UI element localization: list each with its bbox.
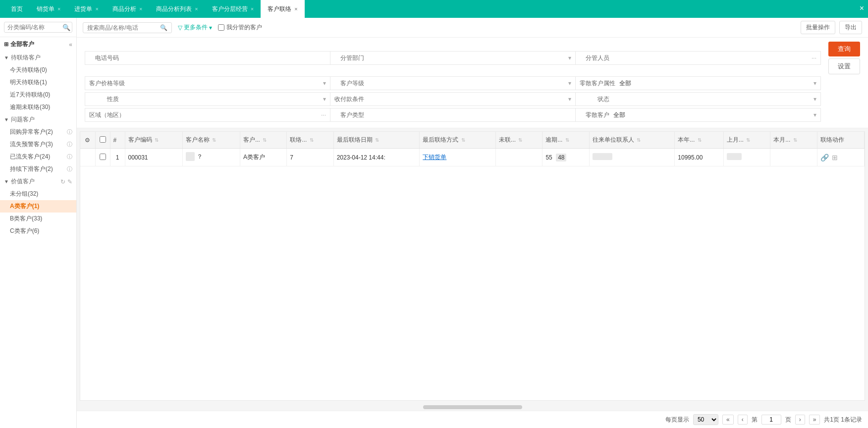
price-grade-arrow: ▾ [323,80,326,87]
col-this-year: 本年... ⇅ [675,132,724,149]
field-phone: 电话号码 [85,51,330,65]
nav-customer-contact[interactable]: 客户联络 × [261,0,304,18]
filter-search-input[interactable] [87,24,157,31]
nav-close-product-list[interactable]: × [195,6,198,12]
filter-icon: ▽ [178,24,182,31]
sort-contact[interactable]: ⇅ [310,137,314,143]
region-ellipsis: ··· [321,111,326,118]
field-dept: 分管部门 ▾ [330,51,576,65]
sidebar-group-value[interactable]: ▼ 价值客户 ↻ ✎ [0,175,76,188]
last-method-link[interactable]: 下销货单 [423,154,446,160]
col-name: 客户名称 ⇅ [182,132,240,149]
field-price-grade: 客户价格等级 ▾ [85,76,330,90]
payment-arrow: ▾ [568,96,571,103]
nav-home[interactable]: 首页 [4,0,30,18]
filter-row-2: 客户价格等级 ▾ 客户等级 ▾ 零散客户属性 全部 ▾ [85,76,860,90]
sidebar-item-a-class[interactable]: A类客户(1) [0,200,76,213]
sidebar-item-churn-warning[interactable]: 流失预警客户(3) ⓘ [0,138,76,151]
action-icons: 🔗 ⊞ [820,154,861,161]
sort-last-method[interactable]: ⇅ [461,137,465,143]
nav-product-analysis[interactable]: 商品分析 × [106,0,149,18]
page-unit: 页 [785,416,791,424]
sidebar-all-customers-header[interactable]: ⊞ 全部客户 « [0,37,76,52]
row-this-year: 10995.00 [675,149,724,166]
nav-product-analysis-list[interactable]: 商品分析列表 × [149,0,205,18]
field-customer-grade: 客户等级 ▾ [330,76,576,90]
scroll-bar[interactable] [423,405,522,409]
nav-sales-order[interactable]: 销货单 × [30,0,67,18]
sidebar-item-b-class[interactable]: B类客户(33) [0,213,76,225]
filter-my-customers[interactable]: 我分管的客户 [218,23,262,32]
row-checkbox[interactable] [100,154,106,160]
page-size-label: 每页显示 [665,416,689,424]
filter-search-icon: 🔍 [160,24,167,31]
nav-close-customer-contact[interactable]: × [294,6,297,12]
sort-no-contact[interactable]: ⇅ [518,137,522,143]
sidebar-group-problem[interactable]: ▼ 问题客户 [0,113,76,126]
phone-input[interactable] [123,54,326,61]
col-num: # [110,132,125,149]
nav-close-product[interactable]: × [139,6,142,12]
filter-row-3: 性质 ▾ 收付款条件 ▾ 状态 ▾ [85,92,860,106]
sidebar-item-repurchase[interactable]: 回购异常客户(2) ⓘ [0,126,76,138]
grid-icon: ⊞ [4,41,8,48]
settings-button[interactable]: 设置 [828,58,860,74]
my-customers-checkbox[interactable] [218,24,224,31]
sort-contact-person[interactable]: ⇅ [637,137,641,143]
page-input[interactable] [761,415,781,425]
sidebar-group-pending[interactable]: ▼ 待联络客户 [0,52,76,64]
info-icon-repurchase: ⓘ [67,128,72,136]
col-settings[interactable]: ⚙ [80,132,95,149]
next-page-btn[interactable]: › [795,415,805,425]
nav-close-customer-tier[interactable]: × [251,6,254,12]
table-header-row: ⚙ # 客户编码 ⇅ 客户名称 ⇅ [80,132,865,149]
export-button[interactable]: 导出 [839,21,862,34]
sidebar-item-ungrp[interactable]: 未分组(32) [0,188,76,200]
field-retail-customer: 零散客户 全部 ▾ [575,108,821,122]
nav-purchase-order[interactable]: 进货单 × [67,0,105,18]
sort-last-month[interactable]: ⇅ [746,137,750,143]
col-type: 客户... ⇅ [240,132,286,149]
edit-icon[interactable]: ✎ [67,178,72,185]
prev-page-btn[interactable]: ‹ [738,415,748,425]
sort-code[interactable]: ⇅ [155,137,159,143]
sort-this-year[interactable]: ⇅ [698,137,702,143]
sidebar-item-7days[interactable]: 近7天待联络(0) [0,89,76,101]
action-link-icon[interactable]: 🔗 [820,154,829,161]
sidebar-item-today[interactable]: 今天待联络(0) [0,64,76,76]
nav-close-sales[interactable]: × [57,6,60,12]
page-size-select[interactable]: 50 100 200 [693,414,718,425]
sort-this-month[interactable]: ⇅ [793,137,797,143]
sort-type[interactable]: ⇅ [263,137,267,143]
query-button[interactable]: 查询 [828,42,860,56]
refresh-icon[interactable]: ↻ [60,178,65,185]
customer-type-input[interactable] [368,111,571,118]
first-page-btn[interactable]: « [722,415,734,425]
sidebar-item-declining[interactable]: 持续下滑客户(2) ⓘ [0,163,76,175]
sidebar-item-churned[interactable]: 已流失客户(24) ⓘ [0,151,76,163]
sidebar-item-c-class[interactable]: C类客户(6) [0,225,76,237]
field-retail-attr: 零散客户属性 全部 ▾ [575,76,821,90]
contact-person-placeholder [593,153,612,160]
select-all-checkbox[interactable] [100,136,106,143]
sidebar-collapse-icon[interactable]: « [69,41,72,48]
sort-last-date[interactable]: ⇅ [375,137,379,143]
info-icon-churned: ⓘ [67,153,72,160]
sort-overdue[interactable]: ⇅ [565,137,569,143]
nav-close-all[interactable]: × [860,4,864,13]
action-grid-icon[interactable]: ⊞ [832,154,838,161]
row-gear [80,149,95,166]
sidebar-item-tomorrow[interactable]: 明天待联络(1) [0,76,76,89]
filter-more-btn[interactable]: ▽ 更多条件 ▾ [178,23,212,32]
row-last-method[interactable]: 下销货单 [420,149,496,166]
sort-name[interactable]: ⇅ [212,137,216,143]
row-contact-person [589,149,675,166]
filter-row-4: 区域（地区） ··· 客户类型 零散客户 全部 ▾ [85,108,860,122]
last-page-btn[interactable]: » [809,415,820,425]
nav-close-purchase[interactable]: × [95,6,98,12]
row-checkbox-cell [95,149,110,166]
sidebar-item-overdue-contact[interactable]: 逾期未联络(30) [0,101,76,113]
batch-op-button[interactable]: 批量操作 [801,21,835,34]
field-manager: 分管人员 ··· [575,51,821,65]
nav-customer-tier[interactable]: 客户分层经营 × [205,0,261,18]
